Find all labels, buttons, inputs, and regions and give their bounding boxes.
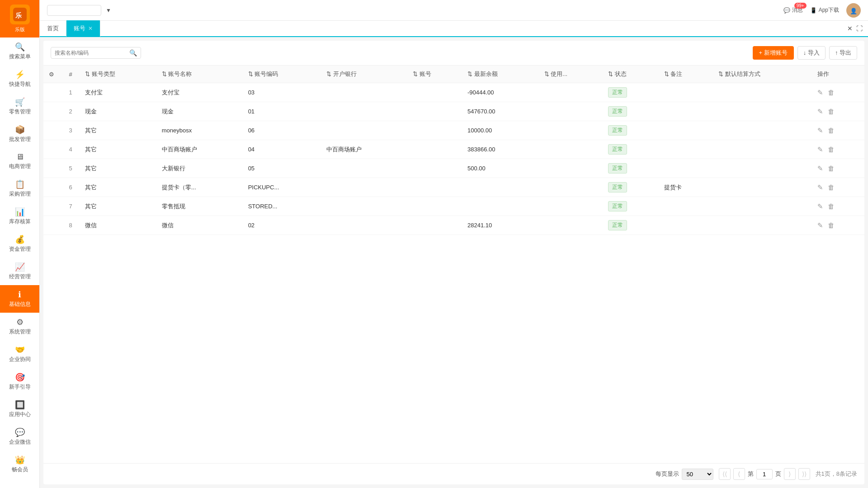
content-toolbar: 🔍 + 新增账号 ↓ 导入 ↑ 导出 bbox=[43, 41, 864, 66]
col-status[interactable]: ⇅ 状态 bbox=[603, 66, 659, 83]
row-name: 大新银行 bbox=[156, 159, 243, 178]
sidebar-item-member[interactable]: 👑 畅会员 bbox=[0, 450, 39, 478]
operations-icon: 📈 bbox=[15, 262, 25, 272]
prev-page-button[interactable]: ⟨ bbox=[733, 468, 745, 480]
sidebar-item-purchase[interactable]: 📋 采购管理 bbox=[0, 175, 39, 202]
col-type[interactable]: ⇅ 账号类型 bbox=[80, 66, 156, 83]
sidebar-item-search-label: 搜索菜单 bbox=[9, 53, 31, 61]
row-usage bbox=[539, 83, 603, 102]
col-account[interactable]: ⇅ 账号 bbox=[407, 66, 462, 83]
inventory-icon: 📊 bbox=[15, 207, 25, 217]
app-logo: 乐 乐版 bbox=[0, 0, 39, 38]
table-settings-icon: ⚙ bbox=[49, 71, 54, 78]
next-page-button[interactable]: ⟩ bbox=[784, 468, 796, 480]
table-row: 1 支付宝 支付宝 03 -90444.00 正常 ✎ 🗑 bbox=[43, 83, 864, 102]
content-search-input[interactable] bbox=[55, 50, 129, 56]
sidebar-item-system-label: 系统管理 bbox=[9, 328, 31, 336]
messages-badge: 99+ bbox=[794, 3, 807, 9]
row-name: 现金 bbox=[156, 102, 243, 121]
col-usage[interactable]: ⇅ 使用... bbox=[539, 66, 603, 83]
row-index: 6 bbox=[61, 178, 80, 197]
total-text: 共1页，8条记录 bbox=[816, 470, 857, 478]
wholesale-icon: 📦 bbox=[15, 125, 25, 135]
sidebar-item-finance[interactable]: 💰 资金管理 bbox=[0, 230, 39, 258]
row-bank bbox=[321, 121, 407, 140]
delete-icon[interactable]: 🗑 bbox=[828, 89, 835, 96]
row-actions: ✎ 🗑 bbox=[812, 216, 864, 235]
maximize-icon[interactable]: ⛶ bbox=[856, 25, 863, 32]
row-usage bbox=[539, 178, 603, 197]
delete-icon[interactable]: 🗑 bbox=[828, 202, 835, 210]
col-code[interactable]: ⇅ 账号编码 bbox=[243, 66, 321, 83]
edit-icon[interactable]: ✎ bbox=[817, 89, 823, 97]
sidebar-item-system[interactable]: ⚙ 系统管理 bbox=[0, 313, 39, 340]
topbar-dropdown[interactable]: ▼ bbox=[106, 7, 111, 14]
sidebar-item-retail[interactable]: 🛒 零售管理 bbox=[0, 93, 39, 120]
row-actions: ✎ 🗑 bbox=[812, 197, 864, 216]
close-window-icon[interactable]: ✕ bbox=[847, 25, 853, 32]
last-page-button[interactable]: ⟩⟩ bbox=[798, 468, 810, 480]
pagination-bar: 每页显示 50 100 ⟨⟨ ⟨ 第 页 ⟩ ⟩⟩ 共1页，8条记录 bbox=[43, 463, 864, 484]
page-input[interactable] bbox=[756, 469, 773, 479]
edit-icon[interactable]: ✎ bbox=[817, 183, 823, 192]
delete-icon[interactable]: 🗑 bbox=[828, 183, 835, 191]
page-size-select[interactable]: 50 100 bbox=[682, 469, 713, 480]
col-name[interactable]: ⇅ 账号名称 bbox=[156, 66, 243, 83]
sidebar-item-shortcuts[interactable]: ⚡ 快捷导航 bbox=[0, 65, 39, 93]
col-actions: 操作 bbox=[812, 66, 864, 83]
sidebar-item-ecommerce[interactable]: 🖥 电商管理 bbox=[0, 148, 39, 175]
col-remark[interactable]: ⇅ 备注 bbox=[659, 66, 713, 83]
sidebar-item-finance-label: 资金管理 bbox=[9, 245, 31, 253]
sidebar-item-guide[interactable]: 🎯 新手引导 bbox=[0, 368, 39, 395]
sidebar-item-enterprise[interactable]: 🤝 企业协同 bbox=[0, 340, 39, 368]
edit-icon[interactable]: ✎ bbox=[817, 108, 823, 116]
edit-icon[interactable]: ✎ bbox=[817, 221, 823, 230]
tab-home[interactable]: 首页 bbox=[40, 20, 66, 37]
row-settings-col bbox=[43, 178, 61, 197]
sidebar-item-operations[interactable]: 📈 经营管理 bbox=[0, 258, 39, 285]
row-account bbox=[407, 140, 462, 159]
delete-icon[interactable]: 🗑 bbox=[828, 221, 835, 229]
user-avatar[interactable]: 👤 bbox=[846, 3, 861, 18]
col-default-payment[interactable]: ⇅ 默认结算方式 bbox=[713, 66, 811, 83]
page-suffix: 页 bbox=[775, 470, 781, 478]
export-button[interactable]: ↑ 导出 bbox=[829, 46, 857, 60]
col-name-label: ⇅ 账号名称 bbox=[162, 70, 192, 77]
import-button[interactable]: ↓ 导入 bbox=[797, 46, 826, 60]
edit-icon[interactable]: ✎ bbox=[817, 202, 823, 211]
sidebar-item-app-center[interactable]: 🔲 应用中心 bbox=[0, 395, 39, 423]
page-label: 第 bbox=[748, 470, 754, 478]
status-badge: 正常 bbox=[608, 106, 627, 117]
table-row: 4 其它 中百商场账户 04 中百商场账户 383866.00 正常 ✎ 🗑 bbox=[43, 140, 864, 159]
messages-button[interactable]: 💬 消息 99+ bbox=[783, 6, 803, 14]
delete-icon[interactable]: 🗑 bbox=[828, 145, 835, 153]
col-code-label: ⇅ 账号编码 bbox=[248, 70, 278, 77]
sidebar-item-search[interactable]: 🔍 搜索菜单 bbox=[0, 38, 39, 65]
topbar-search-input[interactable] bbox=[47, 5, 101, 16]
row-remark bbox=[659, 216, 713, 235]
row-account bbox=[407, 121, 462, 140]
row-usage bbox=[539, 197, 603, 216]
edit-icon[interactable]: ✎ bbox=[817, 145, 823, 154]
delete-icon[interactable]: 🗑 bbox=[828, 108, 835, 115]
sidebar-item-basic-info[interactable]: ℹ 基础信息 bbox=[0, 285, 39, 313]
col-settings[interactable]: ⚙ bbox=[43, 66, 61, 83]
col-balance[interactable]: ⇅ 最新余额 bbox=[462, 66, 539, 83]
sidebar-item-wholesale[interactable]: 📦 批发管理 bbox=[0, 120, 39, 148]
tab-account[interactable]: 账号 ✕ bbox=[66, 20, 100, 37]
edit-icon[interactable]: ✎ bbox=[817, 164, 823, 173]
sidebar-item-wechat[interactable]: 💬 企业微信 bbox=[0, 423, 39, 450]
col-bank[interactable]: ⇅ 开户银行 bbox=[321, 66, 407, 83]
download-button[interactable]: 📱 App下载 bbox=[810, 6, 839, 14]
delete-icon[interactable]: 🗑 bbox=[828, 164, 835, 172]
tab-account-close[interactable]: ✕ bbox=[88, 25, 93, 32]
edit-icon[interactable]: ✎ bbox=[817, 127, 823, 135]
sidebar-item-inventory[interactable]: 📊 库存核算 bbox=[0, 202, 39, 230]
row-type: 支付宝 bbox=[80, 83, 156, 102]
svg-text:乐: 乐 bbox=[15, 12, 22, 19]
first-page-button[interactable]: ⟨⟨ bbox=[719, 468, 731, 480]
row-index: 3 bbox=[61, 121, 80, 140]
row-type: 其它 bbox=[80, 159, 156, 178]
delete-icon[interactable]: 🗑 bbox=[828, 127, 835, 134]
add-account-button[interactable]: + 新增账号 bbox=[753, 46, 794, 60]
